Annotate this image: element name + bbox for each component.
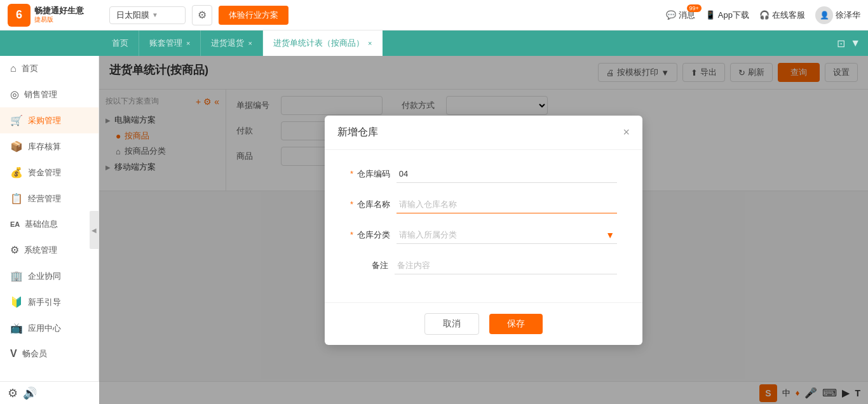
sidebar-item-enterprise[interactable]: 🏢 企业协同	[0, 263, 98, 289]
app-logo-icon: 6	[8, 4, 31, 27]
app-download-label: App下载	[718, 10, 749, 21]
form-name-label: * 仓库名称	[350, 199, 397, 210]
sales-icon: ◎	[10, 88, 19, 100]
sidebar-item-sales[interactable]: ◎ 销售管理	[0, 81, 98, 107]
sidebar-item-inventory[interactable]: 📦 库存核算	[0, 133, 98, 159]
sidebar-item-finance[interactable]: 💰 资金管理	[0, 159, 98, 185]
form-row-code: * 仓库编码	[350, 165, 617, 183]
tab-home[interactable]: 首页	[102, 30, 139, 56]
settings-button[interactable]: ⚙	[192, 5, 212, 25]
guide-icon: 🔰	[10, 296, 23, 308]
store-selector[interactable]: 日太阳膜 ▼	[109, 6, 186, 24]
top-header: 6 畅捷通好生意 捷易版 日太阳膜 ▼ ⚙ 体验行业方案 💬 消息 99+ 📱 …	[0, 0, 868, 30]
modal-overlay: 新增仓库 × * 仓库编码 *	[99, 56, 868, 404]
sidebar-inventory-label: 库存核算	[28, 141, 61, 152]
main-layout: ⌂ 首页 ◎ 销售管理 🛒 采购管理 📦 库存核算 💰 资金管理 📋 经营管理 …	[0, 56, 868, 404]
app-download-button[interactable]: 📱 App下载	[705, 10, 749, 21]
tab-purchase-return[interactable]: 进货退货 ×	[201, 30, 262, 56]
sidebar-basic-label: 基础信息	[25, 219, 58, 230]
sidebar-operations-label: 经营管理	[28, 193, 61, 205]
warehouse-category-input[interactable]	[397, 226, 617, 244]
sidebar-sales-label: 销售管理	[24, 89, 57, 100]
warehouse-note-input[interactable]	[395, 257, 617, 274]
enterprise-icon: 🏢	[10, 270, 23, 282]
avatar: 👤	[815, 6, 833, 24]
warehouse-name-input[interactable]	[397, 196, 617, 213]
sidebar-enterprise-label: 企业协同	[28, 271, 61, 282]
online-service-label: 在线客服	[772, 10, 805, 21]
sidebar-item-app-center[interactable]: 📺 应用中心	[0, 315, 98, 341]
app-center-icon: 📺	[10, 322, 23, 334]
mobile-icon: 📱	[705, 10, 715, 20]
message-icon: 💬	[666, 10, 676, 20]
message-button[interactable]: 💬 消息 99+	[666, 10, 695, 21]
tab-purchase-return-close[interactable]: ×	[248, 39, 252, 47]
modal-header: 新增仓库 ×	[325, 116, 642, 150]
sidebar-guide-label: 新手引导	[28, 297, 61, 308]
tab-purchase-return-label: 进货退货	[211, 37, 244, 49]
user-name: 徐泽华	[836, 10, 860, 21]
sidebar-item-guide[interactable]: 🔰 新手引导	[0, 289, 98, 315]
form-note-label: 备注	[350, 260, 395, 271]
bottom-left: ⚙ 🔊	[8, 386, 37, 400]
form-row-note: 备注	[350, 257, 617, 274]
tab-accounts[interactable]: 账套管理 ×	[139, 30, 201, 56]
form-row-category: * 仓库分类 ▼	[350, 226, 617, 244]
save-button[interactable]: 保存	[489, 314, 543, 334]
store-name: 日太阳膜	[116, 10, 149, 21]
modal-close-button[interactable]: ×	[623, 126, 630, 138]
add-warehouse-modal: 新增仓库 × * 仓库编码 *	[325, 116, 642, 345]
inventory-icon: 📦	[10, 140, 23, 152]
tab-purchase-stats-close[interactable]: ×	[368, 39, 372, 47]
tab-accounts-label: 账套管理	[149, 37, 182, 49]
sidebar-system-label: 系统管理	[24, 245, 57, 256]
bottom-volume-icon[interactable]: 🔊	[23, 386, 37, 400]
basic-icon: EA	[10, 220, 20, 228]
sidebar-item-purchase[interactable]: 🛒 采购管理	[0, 107, 98, 133]
trial-button[interactable]: 体验行业方案	[219, 6, 288, 25]
form-category-label: * 仓库分类	[350, 229, 397, 241]
sidebar-item-basic[interactable]: EA 基础信息	[0, 212, 98, 237]
collapse-icon: ◀	[92, 227, 97, 234]
sidebar-collapse-btn[interactable]: ◀	[90, 211, 98, 249]
app-name: 畅捷通好生意	[34, 6, 84, 16]
tab-home-label: 首页	[112, 37, 128, 49]
category-dropdown-icon: ▼	[606, 230, 614, 240]
message-badge: 99+	[687, 4, 702, 12]
bottom-settings-icon[interactable]: ⚙	[8, 386, 18, 400]
sidebar-item-operations[interactable]: 📋 经营管理	[0, 185, 98, 212]
tab-menu-btn[interactable]: ▼	[848, 37, 863, 49]
modal-footer: 取消 保存	[325, 302, 642, 345]
tab-purchase-stats[interactable]: 进货单统计表（按商品） ×	[263, 30, 383, 56]
warehouse-code-input[interactable]	[397, 165, 617, 183]
logo-area: 6 畅捷通好生意 捷易版	[8, 4, 103, 27]
home-icon: ⌂	[10, 63, 17, 74]
content-area: 进货单统计(按商品) 🖨 按模板打印 ▼ ⬆ 导出 ↻ 刷新 查询 设置	[99, 56, 868, 404]
sidebar: ⌂ 首页 ◎ 销售管理 🛒 采购管理 📦 库存核算 💰 资金管理 📋 经营管理 …	[0, 56, 99, 404]
header-right: 💬 消息 99+ 📱 App下载 🎧 在线客服 👤 徐泽华	[666, 6, 860, 24]
warehouse-category-select-row: ▼	[397, 226, 617, 244]
purchase-icon: 🛒	[10, 114, 23, 126]
tab-accounts-close[interactable]: ×	[186, 39, 190, 47]
cancel-button[interactable]: 取消	[424, 313, 479, 335]
store-dropdown-icon: ▼	[152, 11, 158, 18]
sidebar-item-home[interactable]: ⌂ 首页	[0, 56, 98, 81]
tab-bar: 首页 账套管理 × 进货退货 × 进货单统计表（按商品） × ⊡ ▼	[0, 30, 868, 56]
modal-title: 新增仓库	[337, 126, 378, 139]
modal-body: * 仓库编码 * 仓库名称	[325, 150, 642, 302]
tab-purchase-stats-label: 进货单统计表（按商品）	[273, 37, 364, 49]
finance-icon: 💰	[10, 166, 23, 178]
sidebar-app-center-label: 应用中心	[28, 323, 61, 334]
online-service-button[interactable]: 🎧 在线客服	[759, 10, 805, 21]
tab-restore-btn[interactable]: ⊡	[834, 37, 848, 50]
operations-icon: 📋	[10, 192, 23, 205]
form-code-label: * 仓库编码	[350, 168, 397, 180]
sidebar-item-system[interactable]: ⚙ 系统管理	[0, 237, 98, 263]
form-row-name: * 仓库名称	[350, 196, 617, 213]
sidebar-vip-label: 畅会员	[22, 348, 47, 360]
system-icon: ⚙	[10, 244, 19, 256]
sidebar-finance-label: 资金管理	[28, 167, 61, 178]
sidebar-item-vip[interactable]: V 畅会员	[0, 341, 98, 367]
user-profile-button[interactable]: 👤 徐泽华	[815, 6, 860, 24]
tab-controls: ⊡ ▼	[834, 37, 868, 50]
